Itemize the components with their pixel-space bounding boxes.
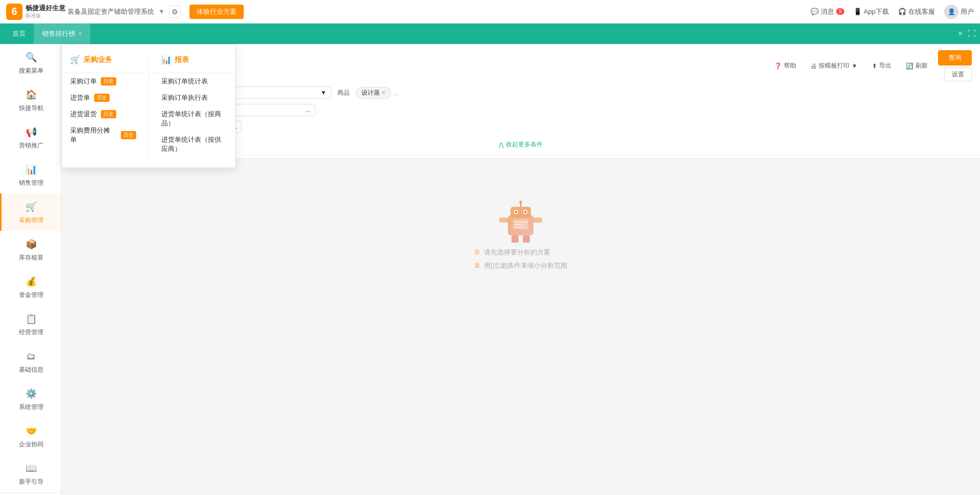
logo-area: 6 畅捷通好生意 标准版 [6, 4, 68, 20]
svg-rect-1 [510, 207, 531, 217]
headset-icon: 🎧 [898, 8, 906, 15]
hist-badge-2: 历史 [101, 110, 116, 118]
expand-window-icon[interactable]: ⛶ [968, 29, 976, 38]
basic-info-icon: 🗂 [24, 349, 38, 363]
system-title-area: 装备及固定资产辅助管理系统 ▼ ⚙ 体验行业方案 [68, 5, 811, 19]
top-header: 6 畅捷通好生意 标准版 装备及固定资产辅助管理系统 ▼ ⚙ 体验行业方案 💬 … [0, 0, 980, 24]
goods-chip-remove[interactable]: × [382, 89, 386, 96]
messages-btn[interactable]: 💬 消息 9 [811, 7, 844, 16]
export-icon: ⬆ [872, 62, 877, 70]
print-template-btn[interactable]: 🖨 按模板打印 ▼ [806, 59, 862, 72]
svg-point-4 [515, 211, 517, 213]
hist-badge-1: 历史 [94, 94, 110, 102]
sidebar-item-sales[interactable]: 📊 销售管理 [0, 156, 61, 193]
settings-icon-btn[interactable]: ⚙ [169, 6, 181, 18]
menu-item-goods-in[interactable]: 进货单 历史 [70, 90, 136, 106]
purchase-col-icon: 🛒 [70, 55, 80, 64]
sidebar-item-guide[interactable]: 📖 新手引导 [0, 455, 61, 492]
menu-item-goods-stat-supplier[interactable]: 进货单统计表（按供应商） [161, 132, 227, 157]
settings-button[interactable]: 设置 [944, 68, 972, 81]
message-icon: 💬 [811, 8, 819, 15]
doc-status-select[interactable]: ▼ [229, 87, 331, 99]
dropdown-arrow[interactable]: ▼ [158, 8, 165, 15]
hist-badge-3: 历史 [121, 131, 136, 139]
tab-bar: 首页 销售排行榜 × × ⛶ [0, 24, 980, 44]
sidebar-item-basic-info[interactable]: 🗂 基础信息 [0, 343, 61, 380]
report-col: 📊 报表 采购订单统计表 采购订单执行表 进货单统计表（按商品） 进货单统计表（… [153, 55, 236, 157]
svg-rect-11 [523, 235, 530, 243]
svg-point-7 [519, 201, 522, 204]
menu-item-goods-stat-product[interactable]: 进货单统计表（按商品） [161, 106, 227, 132]
sidebar-item-operations[interactable]: 📋 经营管理 [0, 306, 61, 343]
refresh-btn[interactable]: 🔄 刷新 [902, 59, 932, 72]
menu-item-order-stat[interactable]: 采购订单统计表 [161, 73, 227, 90]
logo-text: 畅捷通好生意 标准版 [26, 4, 66, 19]
sidebar-item-system[interactable]: ⚙️ 系统管理 [0, 380, 61, 418]
purchase-icon: 🛒 [24, 200, 38, 214]
menu-item-order-exec[interactable]: 采购订单执行表 [161, 90, 227, 106]
purchase-col: 🛒 采购业务 采购订单 历史 进货单 历史 进货退货 历史 采购费用分摊单 历史 [62, 55, 144, 157]
empty-text: ① 请先选择要分析的方案 ② 用[过滤]条件来缩小分析范围 [474, 246, 568, 272]
online-service-btn[interactable]: 🎧 在线客服 [898, 7, 935, 16]
sidebar-item-inventory[interactable]: 📦 库存核算 [0, 231, 61, 268]
refresh-icon: 🔄 [906, 62, 913, 70]
doc-status-dropdown-icon: ▼ [321, 89, 327, 96]
sidebar: 🔍 搜索菜单 🏠 快捷导航 📢 营销推广 📊 销售管理 🛒 采购管理 📦 库存核… [0, 44, 61, 495]
close-window-icon[interactable]: × [958, 29, 963, 38]
sidebar-bottom: ⚙ ◀ [0, 492, 61, 495]
tab-home[interactable]: 首页 [4, 24, 34, 44]
export-btn[interactable]: ⬆ 导出 [868, 59, 896, 72]
print-dropdown-icon: ▼ [851, 62, 858, 70]
svg-rect-10 [512, 235, 519, 243]
marketing-icon: 📢 [24, 125, 38, 139]
message-badge: 9 [836, 8, 844, 15]
finance-icon: 💰 [24, 274, 38, 289]
menu-item-purchase-order[interactable]: 采购订单 历史 [70, 73, 136, 90]
sidebar-item-search[interactable]: 🔍 搜索菜单 [0, 44, 61, 81]
enterprise-icon: 🤝 [24, 424, 38, 438]
goods-more-btn[interactable]: ... [393, 89, 399, 97]
print-icon: 🖨 [811, 62, 817, 70]
close-tab-icon[interactable]: × [78, 30, 82, 37]
logo-icon: 6 [6, 4, 23, 20]
col-separator [148, 55, 149, 157]
salesman-more-icon: ... [306, 106, 311, 114]
sales-icon: 📊 [24, 162, 38, 177]
sidebar-item-quick-nav[interactable]: 🏠 快捷导航 [0, 81, 61, 119]
sidebar-item-finance[interactable]: 💰 资金管理 [0, 268, 61, 306]
sidebar-item-marketing[interactable]: 📢 营销推广 [0, 119, 61, 156]
svg-point-5 [524, 211, 526, 213]
svg-rect-12 [513, 219, 528, 229]
tab-bar-right: × ⛶ [958, 29, 976, 38]
purchase-col-header: 🛒 采购业务 [70, 55, 136, 68]
salesman-select[interactable]: ... [223, 104, 315, 116]
header-right: 💬 消息 9 📱 App下载 🎧 在线客服 👤 用户 [811, 5, 974, 19]
hist-badge-0: 历史 [101, 77, 116, 85]
industry-btn[interactable]: 体验行业方案 [189, 5, 244, 19]
home-icon: 🏠 [24, 88, 38, 102]
collapse-up-icon: ⋀ [499, 141, 504, 148]
svg-rect-8 [499, 218, 508, 223]
menu-item-goods-return[interactable]: 进货退货 历史 [70, 106, 136, 122]
sidebar-item-purchase[interactable]: 🛒 采购管理 [0, 193, 61, 231]
sidebar-item-enterprise[interactable]: 🤝 企业协同 [0, 418, 61, 455]
empty-state: ① 请先选择要分析的方案 ② 用[过滤]条件来缩小分析范围 [61, 159, 980, 313]
system-icon: ⚙️ [24, 386, 38, 401]
purchase-dropdown-menu: 🛒 采购业务 采购订单 历史 进货单 历史 进货退货 历史 采购费用分摊单 历史 [61, 44, 236, 168]
report-col-icon: 📊 [161, 55, 172, 64]
operations-icon: 📋 [24, 312, 38, 326]
goods-area: 设计蒸 × ... [356, 87, 399, 99]
query-button[interactable]: 查询 [938, 50, 972, 66]
tab-sales-rank[interactable]: 销售排行榜 × [34, 24, 90, 44]
goods-chip: 设计蒸 × [356, 87, 391, 99]
help-btn[interactable]: ❓ 帮助 [770, 59, 800, 72]
avatar: 👤 [944, 5, 958, 19]
user-area[interactable]: 👤 用户 [944, 5, 974, 19]
report-col-header: 📊 报表 [161, 55, 227, 68]
svg-rect-9 [533, 218, 542, 223]
goods-label: 商品 [337, 89, 350, 97]
app-download-btn[interactable]: 📱 App下载 [854, 7, 889, 16]
menu-item-purchase-expense[interactable]: 采购费用分摊单 历史 [70, 122, 136, 148]
phone-icon: 📱 [854, 8, 862, 15]
system-title-text: 装备及固定资产辅助管理系统 [68, 7, 154, 16]
